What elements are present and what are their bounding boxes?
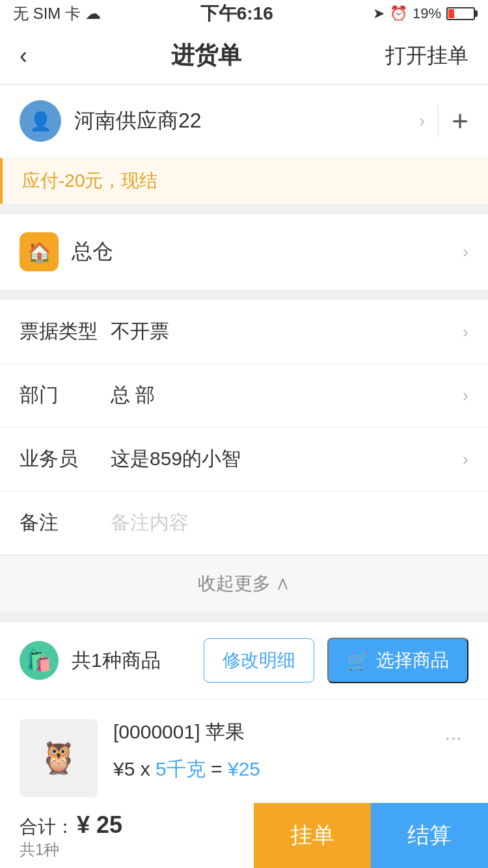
edit-detail-button[interactable]: 修改明细 bbox=[204, 638, 314, 683]
warehouse-card: 🏠 总仓 › bbox=[0, 214, 488, 290]
collapse-text: 收起更多 ∧ bbox=[198, 571, 291, 596]
invoice-type-row[interactable]: 票据类型 不开票 › bbox=[0, 300, 488, 364]
salesperson-label: 业务员 bbox=[20, 446, 111, 472]
product-unit-price: ¥5 bbox=[113, 758, 135, 780]
select-product-button[interactable]: 🛒 选择商品 bbox=[327, 638, 468, 683]
avatar-icon: 👤 bbox=[29, 111, 52, 132]
salesperson-chevron-icon: › bbox=[463, 449, 468, 470]
department-label: 部门 bbox=[20, 382, 111, 409]
status-left: 无 SIM 卡 ☁ bbox=[13, 3, 101, 24]
open-pending-button[interactable]: 打开挂单 bbox=[385, 42, 468, 70]
total-amount: ¥ 25 bbox=[77, 811, 122, 839]
department-chevron-icon: › bbox=[463, 385, 468, 406]
warehouse-row[interactable]: 🏠 总仓 › bbox=[0, 214, 488, 290]
settle-label: 结算 bbox=[407, 821, 452, 850]
product-more-button[interactable]: ··· bbox=[438, 719, 468, 756]
total-count: 共1种 bbox=[20, 839, 234, 860]
product-price: ¥5 x 5千克 = ¥25 bbox=[113, 756, 422, 783]
product-icon: 🛍️ bbox=[20, 641, 59, 680]
department-value: 总 部 bbox=[111, 382, 463, 409]
warehouse-icon: 🏠 bbox=[20, 232, 59, 271]
sim-status: 无 SIM 卡 ☁ bbox=[13, 3, 101, 24]
location-icon: ➤ bbox=[373, 5, 385, 22]
department-row[interactable]: 部门 总 部 › bbox=[0, 364, 488, 427]
product-thumb-owl-icon: 🦉 bbox=[39, 740, 78, 776]
salesperson-value: 这是859的小智 bbox=[111, 446, 463, 472]
status-right: ➤ ⏰ 19% bbox=[373, 5, 475, 22]
page-title: 进货单 bbox=[171, 40, 241, 72]
supplier-row[interactable]: 👤 河南供应商22 › + bbox=[0, 85, 488, 158]
add-button[interactable]: + bbox=[452, 107, 468, 135]
remark-row[interactable]: 备注 备注内容 bbox=[0, 491, 488, 555]
product-equals: = bbox=[211, 758, 228, 780]
bottom-bar: 合计： ¥ 25 共1种 挂单 结算 bbox=[0, 803, 488, 868]
settle-button[interactable]: 结算 bbox=[371, 803, 488, 868]
alert-banner: 应付-20元，现结 bbox=[0, 158, 488, 204]
form-card: 票据类型 不开票 › 部门 总 部 › 业务员 这是859的小智 › 备注 备注… bbox=[0, 300, 488, 612]
hang-order-button[interactable]: 挂单 bbox=[254, 803, 371, 868]
product-quantity: 5千克 bbox=[156, 758, 206, 780]
warehouse-chevron-icon: › bbox=[463, 241, 468, 262]
product-name: [0000001] 苹果 bbox=[113, 719, 422, 746]
product-card: 🛍️ 共1种商品 修改明细 🛒 选择商品 🦉 [0000001] 苹果 ¥5 bbox=[0, 622, 488, 817]
nav-bar: ‹ 进货单 打开挂单 bbox=[0, 27, 488, 85]
remark-label: 备注 bbox=[20, 509, 111, 536]
product-thumbnail: 🦉 bbox=[20, 719, 98, 797]
invoice-type-label: 票据类型 bbox=[20, 318, 111, 345]
supplier-card: 👤 河南供应商22 › + 应付-20元，现结 bbox=[0, 85, 488, 204]
product-name-text: 苹果 bbox=[206, 721, 245, 742]
product-item: 🦉 [0000001] 苹果 ¥5 x 5千克 = ¥25 ··· bbox=[0, 699, 488, 817]
back-button[interactable]: ‹ bbox=[20, 42, 27, 70]
battery-percent: 19% bbox=[413, 5, 441, 22]
product-code: [0000001] bbox=[113, 721, 200, 742]
total-section: 合计： ¥ 25 共1种 bbox=[0, 803, 254, 868]
status-time: 下午6:16 bbox=[200, 1, 273, 26]
salesperson-row[interactable]: 业务员 这是859的小智 › bbox=[0, 427, 488, 491]
product-total: ¥25 bbox=[228, 758, 260, 780]
invoice-chevron-icon: › bbox=[463, 321, 468, 342]
total-label: 合计： bbox=[20, 815, 74, 839]
main-content: 👤 河南供应商22 › + 应付-20元，现结 🏠 总仓 › 票据类型 不开票 … bbox=[0, 85, 488, 817]
supplier-name: 河南供应商22 bbox=[74, 107, 419, 135]
invoice-type-value: 不开票 bbox=[111, 318, 463, 345]
cart-icon: 🛒 bbox=[347, 650, 370, 671]
supplier-chevron-icon: › bbox=[419, 111, 425, 131]
select-product-label: 选择商品 bbox=[376, 648, 449, 673]
battery-icon bbox=[446, 7, 475, 20]
product-multiply: x bbox=[141, 758, 156, 780]
alarm-icon: ⏰ bbox=[390, 5, 407, 22]
bag-icon: 🛍️ bbox=[26, 648, 52, 673]
supplier-avatar: 👤 bbox=[20, 100, 61, 142]
collapse-button[interactable]: 收起更多 ∧ bbox=[0, 555, 488, 612]
vertical-divider bbox=[438, 105, 439, 137]
house-icon: 🏠 bbox=[27, 241, 51, 264]
product-info: [0000001] 苹果 ¥5 x 5千克 = ¥25 bbox=[113, 719, 422, 783]
product-count-text: 共1种商品 bbox=[72, 647, 191, 674]
product-header: 🛍️ 共1种商品 修改明细 🛒 选择商品 bbox=[0, 622, 488, 699]
status-bar: 无 SIM 卡 ☁ 下午6:16 ➤ ⏰ 19% bbox=[0, 0, 488, 27]
warehouse-name: 总仓 bbox=[72, 237, 463, 266]
remark-input[interactable]: 备注内容 bbox=[111, 509, 468, 536]
hang-order-label: 挂单 bbox=[290, 821, 334, 850]
